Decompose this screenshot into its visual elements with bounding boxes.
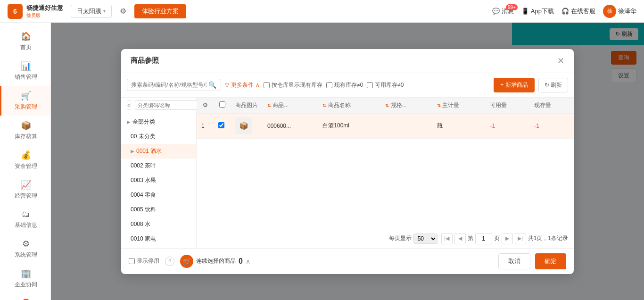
table-row[interactable]: 1 📦 000600... 白酒100ml 瓶 -1 -1 xyxy=(197,113,574,138)
help-icon[interactable]: ? xyxy=(165,257,174,266)
sidebar-item-basic-info[interactable]: 🗂 基础信息 xyxy=(0,205,50,234)
sales-icon: 📊 xyxy=(21,61,31,71)
first-page-button[interactable]: |◀ xyxy=(441,233,453,244)
stock-not-zero-label: 现有库存≠0 xyxy=(334,81,363,89)
available-not-zero-input[interactable] xyxy=(367,82,373,88)
modal-overlay: 商品参照 ✕ 🔍 ▽ 更多条件 ∧ 按仓 xyxy=(51,23,644,300)
search-input[interactable] xyxy=(131,82,206,88)
next-page-button[interactable]: ▶ xyxy=(502,233,513,244)
prev-page-button[interactable]: ◀ xyxy=(454,233,466,244)
th-image: 商品图片 xyxy=(231,98,263,114)
confirm-button[interactable]: 确定 xyxy=(535,253,566,269)
app-download-item[interactable]: 📱 App下载 xyxy=(521,7,554,16)
th-stock-label: 现存量 xyxy=(534,102,551,108)
row-num: 1 xyxy=(197,113,214,138)
sidebar-item-purchase[interactable]: 🛒 采购管理 xyxy=(0,86,50,116)
add-product-button[interactable]: + 新增商品 xyxy=(494,78,534,92)
category-item[interactable]: 0010 家电 xyxy=(121,232,196,246)
table-settings-icon[interactable]: ⚙ xyxy=(203,102,208,108)
show-disabled-checkbox[interactable]: 显示停用 xyxy=(129,257,159,265)
sidebar-label-operations: 经营管理 xyxy=(15,192,37,200)
warehouse-stock-input[interactable] xyxy=(264,82,270,88)
cart-icon[interactable]: 🛒 xyxy=(180,255,193,268)
th-spec-label: 规格... xyxy=(391,102,407,108)
sort-icon-code[interactable]: ⇅ xyxy=(267,103,271,108)
stock-not-zero-checkbox[interactable]: 现有库存≠0 xyxy=(326,81,363,89)
th-stock: 现存量 xyxy=(529,98,574,114)
mobile-icon: 📱 xyxy=(521,8,529,15)
collapse-panel-button[interactable]: « xyxy=(127,100,131,110)
sidebar-item-inventory[interactable]: 📦 库存核算 xyxy=(0,116,50,145)
category-label: 00 未分类 xyxy=(131,133,156,141)
category-item[interactable]: 0005 饮料 xyxy=(121,202,196,217)
available-not-zero-label: 可用库存≠0 xyxy=(375,81,404,89)
page-number-input[interactable] xyxy=(475,233,492,244)
select-all-checkbox[interactable] xyxy=(219,101,225,108)
sidebar-item-home[interactable]: 🏠 首页 xyxy=(0,26,50,56)
category-expand-icon: ▶ xyxy=(127,119,131,125)
show-disabled-input[interactable] xyxy=(129,258,135,264)
sidebar-item-finance[interactable]: 💰 资金管理 xyxy=(0,145,50,175)
purchase-icon: 🛒 xyxy=(21,91,31,101)
service-item[interactable]: 🎧 在线客服 xyxy=(561,7,595,16)
sidebar-label-inventory: 库存核算 xyxy=(15,133,37,141)
category-item[interactable]: 00 未分类 xyxy=(121,129,196,144)
th-settings: ⚙ xyxy=(197,98,214,114)
sort-icon-spec[interactable]: ⇅ xyxy=(385,103,389,108)
sidebar-item-enterprise[interactable]: 🏢 企业协同 xyxy=(0,264,50,293)
th-name: ⇅ 商品名称 xyxy=(318,98,380,114)
sidebar-item-sales[interactable]: 📊 销售管理 xyxy=(0,56,50,86)
operations-icon: 📈 xyxy=(21,180,31,190)
sidebar-item-operations[interactable]: 📈 经营管理 xyxy=(0,175,50,205)
page-size-selector: 每页显示 50 100 200 xyxy=(389,233,438,244)
category-label: 0002 茶叶 xyxy=(131,162,156,170)
message-icon: 💬 xyxy=(492,8,500,15)
category-expand-icon: ▶ xyxy=(131,149,134,154)
search-icon[interactable]: 🔍 xyxy=(208,81,216,89)
category-search-input[interactable] xyxy=(135,100,206,110)
company-selector[interactable]: 日太阳膜 ▾ xyxy=(71,5,112,18)
modal-close-button[interactable]: ✕ xyxy=(557,56,564,66)
nav-right: 💬 消息 99+ 📱 App下载 🎧 在线客服 徐 徐泽华 xyxy=(492,5,636,18)
sidebar: 🏠 首页 📊 销售管理 🛒 采购管理 📦 库存核算 💰 资金管理 📈 经营管理 … xyxy=(0,23,51,300)
total-records-label: 共1页，1条记录 xyxy=(528,234,568,242)
experience-button[interactable]: 体验行业方案 xyxy=(134,4,186,18)
warehouse-stock-checkbox[interactable]: 按仓库显示现有库存 xyxy=(264,81,322,89)
sidebar-label-finance: 资金管理 xyxy=(15,162,37,170)
available-not-zero-checkbox[interactable]: 可用库存≠0 xyxy=(367,81,404,89)
sort-icon-name[interactable]: ⇅ xyxy=(322,103,326,108)
refresh-button[interactable]: ↻ 刷新 xyxy=(538,78,568,92)
row-image: 📦 xyxy=(231,113,263,138)
username-label: 徐泽华 xyxy=(618,7,636,16)
user-avatar[interactable]: 徐 徐泽华 xyxy=(603,5,636,18)
stock-not-zero-input[interactable] xyxy=(326,82,332,88)
category-item[interactable]: ▶ 全部分类 xyxy=(121,115,196,129)
category-label: 0003 水果 xyxy=(131,176,156,184)
sidebar-item-system[interactable]: ⚙ 系统管理 xyxy=(0,234,50,264)
row-checkbox[interactable] xyxy=(214,113,231,138)
category-item[interactable]: 0008 水 xyxy=(121,217,196,232)
category-item[interactable]: 0002 茶叶 xyxy=(121,158,196,173)
sidebar-label-enterprise: 企业协同 xyxy=(15,281,37,289)
category-panel-header: « 🔍 xyxy=(121,98,196,113)
page-suffix: 页 xyxy=(494,234,500,242)
collapse-cart-button[interactable]: ∧ xyxy=(246,258,250,265)
th-unit: ⇅ 主计量 xyxy=(432,98,486,114)
per-page-select[interactable]: 50 100 200 xyxy=(413,233,438,244)
message-nav-item[interactable]: 💬 消息 99+ xyxy=(492,7,514,16)
sort-icon-unit[interactable]: ⇅ xyxy=(437,103,441,108)
sidebar-item-guide[interactable]: 🎯 新手引导 xyxy=(0,293,50,300)
more-filter-button[interactable]: ▽ 更多条件 ∧ xyxy=(225,81,260,89)
last-page-button[interactable]: ▶| xyxy=(515,233,526,244)
row-available: -1 xyxy=(485,113,529,138)
filter-icon: ▽ xyxy=(225,82,229,88)
settings-icon[interactable]: ⚙ xyxy=(116,4,131,19)
row-unit: 瓶 xyxy=(432,113,486,138)
category-item[interactable]: 0003 水果 xyxy=(121,173,196,188)
th-code: ⇅ 商品... xyxy=(263,98,318,114)
category-item[interactable]: 0004 零食 xyxy=(121,188,196,202)
logo-icon: 6 xyxy=(8,4,23,19)
cancel-button[interactable]: 取消 xyxy=(498,253,530,269)
category-item[interactable]: ▶ 0001 酒水 xyxy=(121,144,196,158)
row-stock: -1 xyxy=(529,113,574,138)
